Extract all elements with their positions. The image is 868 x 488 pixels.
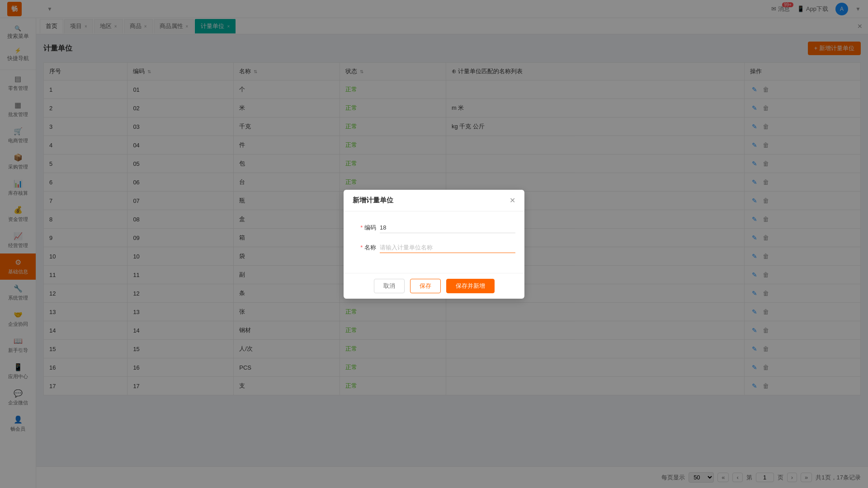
name-form-row: * 名称 [353,242,515,253]
modal-header: 新增计量单位 ✕ [344,190,524,211]
code-required-mark: * [360,224,363,231]
modal-title: 新增计量单位 [353,196,393,205]
code-input[interactable] [380,222,515,233]
name-required-mark: * [360,244,363,251]
modal-footer: 取消 保存 保存并新增 [344,273,524,299]
modal-close-button[interactable]: ✕ [509,196,515,205]
save-and-new-button[interactable]: 保存并新增 [446,279,495,293]
add-unit-modal: 新增计量单位 ✕ * 编码 * 名称 取消 保存 保存并新增 [344,190,524,299]
code-form-row: * 编码 [353,222,515,233]
cancel-button[interactable]: 取消 [374,279,405,293]
save-button[interactable]: 保存 [410,279,441,293]
name-label: * 名称 [353,244,380,252]
modal-overlay: 新增计量单位 ✕ * 编码 * 名称 取消 保存 保存并新增 [0,0,868,488]
code-label: * 编码 [353,224,380,232]
name-input[interactable] [380,242,515,253]
modal-body: * 编码 * 名称 [344,211,524,273]
